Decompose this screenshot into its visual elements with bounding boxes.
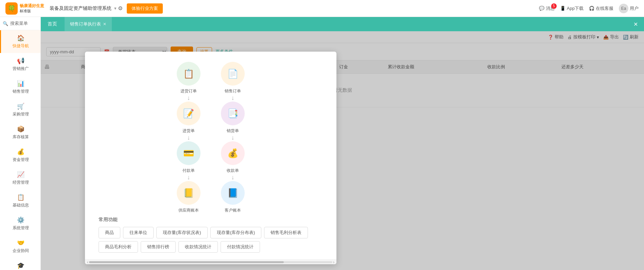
sales-label: 销货单 (227, 128, 239, 134)
app-download-button[interactable]: 📱 App下载 (560, 5, 584, 12)
flow-node-purchase-order[interactable]: 📋 进货订单 (177, 62, 201, 94)
logo-area: 🍀 畅康通好生意 标准版 (5, 2, 46, 15)
sidebar-icon-4: 📦 (17, 125, 24, 133)
purchase-order-label: 进货订单 (180, 88, 197, 94)
common-functions: 常用功能 商品往来单位现存量(库存状况表)现存量(库存分布表)销售毛利分析表商品… (99, 217, 323, 253)
online-service-button[interactable]: 🎧 在线客服 (589, 5, 613, 12)
flow-node-sales[interactable]: 📑 销货单 (221, 102, 245, 134)
tab-home[interactable]: 首页 (41, 17, 64, 31)
sidebar-item-8[interactable]: ⚙️系统管理 (0, 212, 40, 235)
dropdown-arrow-icon[interactable]: ▾ (114, 6, 117, 11)
sidebar-label-8: 系统管理 (13, 225, 29, 231)
flow-node-receipt[interactable]: 💰 收款单 (221, 141, 245, 174)
func-button[interactable]: 付款情况统计 (221, 241, 260, 253)
sidebar-label-9: 企业协同 (13, 248, 29, 254)
service-icon: 🎧 (589, 6, 594, 11)
func-button[interactable]: 销售排行榜 (141, 241, 176, 253)
sidebar-label-2: 销售管理 (13, 89, 29, 94)
supplier-label: 供应商账本 (178, 208, 199, 213)
system-title-area: 装备及固定资产辅助管理系统 ▾ (50, 5, 117, 12)
trial-button[interactable]: 体验行业方案 (127, 3, 163, 14)
sidebar-icon-6: 📈 (17, 171, 24, 178)
sidebar-label-6: 经营管理 (13, 180, 29, 185)
func-button[interactable]: 现存量(库存分布表) (210, 227, 262, 238)
tab-bar: 首页 销售订单执行表 ✕ ✕ (41, 17, 644, 31)
flow-node-sales-order[interactable]: 📄 销售订单 (221, 62, 245, 94)
sidebar-item-4[interactable]: 📦库存核算 (0, 121, 40, 144)
customer-circle: 📘 (221, 181, 245, 205)
user-area[interactable]: Ea 用户 (619, 4, 639, 13)
common-funcs-title: 常用功能 (99, 217, 323, 223)
sidebar-item-5[interactable]: 💰资金管理 (0, 144, 40, 167)
purchase-circle: 📝 (177, 102, 201, 125)
func-button[interactable]: 销售毛利分析表 (264, 227, 308, 238)
popup-scrollbar: ‹ › (85, 259, 336, 264)
sidebar-item-7[interactable]: 📋基础信息 (0, 190, 40, 212)
sidebar-label-1: 营销推广 (13, 66, 29, 72)
sidebar-item-1[interactable]: 📢营销推广 (0, 53, 40, 76)
payment-icon: 💳 (183, 148, 194, 159)
sidebar-label-3: 采购管理 (13, 111, 29, 117)
func-button[interactable]: 商品毛利分析 (99, 241, 138, 253)
sidebar-item-9[interactable]: 🤝企业协同 (0, 235, 40, 258)
search-icon: 🔍 (3, 21, 8, 26)
scrollbar-thumb[interactable] (89, 261, 284, 263)
func-buttons: 商品往来单位现存量(库存状况表)现存量(库存分布表)销售毛利分析表商品毛利分析销… (99, 227, 323, 253)
sidebar: 🔍 搜索菜单 🏠快捷导航📢营销推广📊销售管理🛒采购管理📦库存核算💰资金管理📈经营… (0, 17, 41, 270)
supplier-circle: 📒 (177, 181, 201, 205)
settings-button[interactable]: ⚙ (117, 4, 124, 13)
payment-circle: 💳 (177, 141, 201, 165)
customer-label: 客户账本 (225, 208, 241, 213)
receipt-label: 收款单 (227, 168, 239, 174)
sales-circle: 📑 (221, 102, 245, 125)
sidebar-item-3[interactable]: 🛒采购管理 (0, 98, 40, 121)
system-title-text: 装备及固定资产辅助管理系统 (50, 5, 111, 12)
purchase-icon: 📝 (183, 108, 194, 119)
message-icon: 💬 (539, 6, 544, 11)
scroll-left-icon[interactable]: ‹ (86, 260, 89, 265)
func-button[interactable]: 收款情况统计 (178, 241, 218, 253)
sales-order-circle: 📄 (221, 62, 245, 86)
flow-node-customer-ledger[interactable]: 📘 客户账本 (221, 181, 245, 213)
payment-label: 付款单 (182, 168, 195, 174)
sidebar-icon-7: 📋 (17, 194, 24, 201)
sales-order-icon: 📄 (227, 69, 238, 79)
receipt-icon: 💰 (227, 148, 238, 159)
func-button[interactable]: 往来单位 (123, 227, 154, 238)
sidebar-icon-9: 🤝 (17, 239, 24, 247)
flow-node-supplier-ledger[interactable]: 📒 供应商账本 (177, 181, 201, 213)
sidebar-item-10[interactable]: 🎓新手引导 (0, 258, 40, 270)
sidebar-item-6[interactable]: 📈经营管理 (0, 167, 40, 190)
sidebar-icon-1: 📢 (17, 57, 24, 65)
flow-node-payment[interactable]: 💳 付款单 (177, 141, 201, 174)
func-button[interactable]: 商品 (99, 227, 120, 238)
flow-node-purchase[interactable]: 📝 进货单 (177, 102, 201, 134)
logo-text: 畅康通好生意 标准版 (20, 3, 44, 14)
arrow-down-1: ↓ (187, 95, 190, 101)
arrow-down-2: ↓ (187, 134, 190, 141)
search-menu-button[interactable]: 🔍 搜索菜单 (0, 17, 40, 30)
func-button[interactable]: 现存量(库存状况表) (156, 227, 208, 238)
receipt-circle: 💰 (221, 141, 245, 165)
arrow-down-3: ↓ (187, 174, 190, 180)
purchase-order-circle: 📋 (177, 62, 201, 86)
arrow-down-6: ↓ (231, 174, 234, 180)
tab-close-icon[interactable]: ✕ (103, 22, 106, 26)
sidebar-label-4: 库存核算 (13, 134, 29, 140)
scroll-right-icon[interactable]: › (332, 260, 335, 265)
arrow-down-5: ↓ (231, 134, 234, 141)
close-all-button[interactable]: ✕ (631, 20, 641, 29)
sidebar-icon-10: 🎓 (17, 262, 24, 269)
arrow-down-4: ↓ (231, 95, 234, 101)
popup-container: 📋 进货订单 ↓ 📝 进货单 (85, 52, 336, 264)
sidebar-item-0[interactable]: 🏠快捷导航 (0, 30, 40, 53)
messages-button[interactable]: 💬 消息 5 (539, 5, 555, 12)
tab-sales-order[interactable]: 销售订单执行表 ✕ (65, 17, 112, 31)
supplier-icon: 📒 (183, 188, 194, 198)
sidebar-icon-8: ⚙️ (17, 216, 24, 224)
top-right-area: 💬 消息 5 📱 App下载 🎧 在线客服 Ea 用户 (539, 4, 639, 13)
page-content: ❓ 帮助 🖨 按模板打印 ▾ 📤 导出 🔄 (41, 31, 644, 270)
purchase-label: 进货单 (182, 128, 195, 134)
sidebar-item-2[interactable]: 📊销售管理 (0, 76, 40, 98)
sidebar-label-0: 快捷导航 (13, 43, 29, 49)
